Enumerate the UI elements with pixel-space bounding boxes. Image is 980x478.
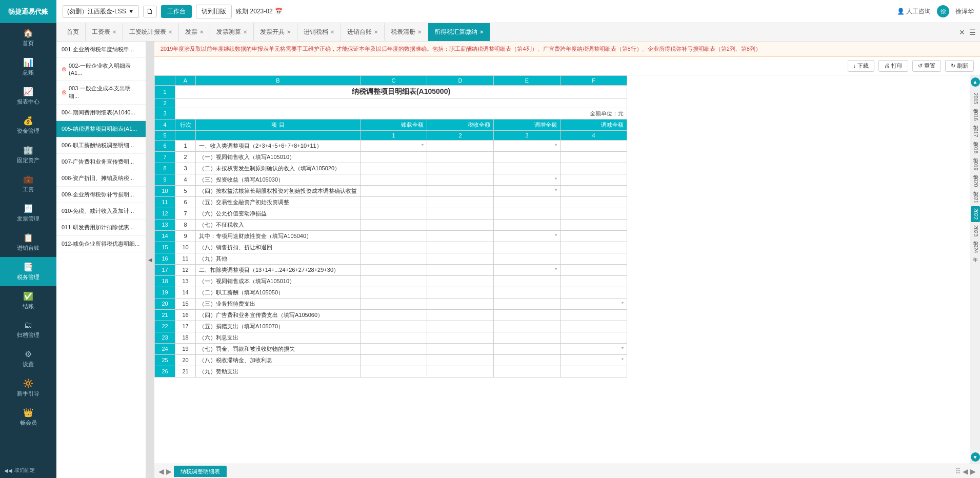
sidebar-item-close[interactable]: ✅ 结账 <box>0 286 56 315</box>
reports-icon: 📈 <box>23 87 33 96</box>
sheet-nav-right[interactable]: ▶ <box>166 467 172 475</box>
left-item-012[interactable]: 012-减免企业所得税优惠明细... <box>56 236 146 252</box>
col-letter-b: B <box>196 75 361 85</box>
tab-tax-clear-close[interactable]: ✕ <box>417 29 422 35</box>
tabs-menu[interactable]: ☰ <box>969 28 976 36</box>
left-item-006-label: 006-职工薪酬纳税调整明细... <box>62 142 134 149</box>
year-2023[interactable]: 2023年 <box>971 223 980 238</box>
row-3-num: 3 <box>155 108 175 119</box>
tabs-end-controls: ✕ ☰ <box>959 28 976 36</box>
sheet-tab-adjust[interactable]: 纳税调整明细表 <box>174 466 227 477</box>
sidebar-item-home[interactable]: 🏠 首页 <box>0 23 56 52</box>
sidebar-label-home: 首页 <box>23 39 34 47</box>
row-1-num: 1 <box>155 85 175 98</box>
tab-salary-label: 工资表 <box>92 28 110 36</box>
sheet-toolbar: ↓ 下载 🖨 打印 ↺ 重置 ↻ 刷新 <box>154 57 980 75</box>
year-2019[interactable]: 2019年 <box>971 157 980 172</box>
sidebar-label-ledger: 总账 <box>23 69 34 76</box>
left-item-002[interactable]: ⊗ 002-一般企业收入明细表(A1... <box>56 58 146 81</box>
left-item-001[interactable]: 001-企业所得税年度纳税申... <box>56 42 146 58</box>
sidebar-item-member[interactable]: 👑 畅会员 <box>0 403 56 432</box>
sidebar-item-purchase[interactable]: 📋 进销台账 <box>0 228 56 257</box>
left-item-003[interactable]: ⊗ 003-一般企业成本支出明细... <box>56 81 146 105</box>
company-selector[interactable]: (勿删）江西股金-LSS ▼ <box>63 5 139 18</box>
sheet-main[interactable]: A B C D E F 1 纳税调 <box>154 75 970 464</box>
tab-salary[interactable]: 工资表✕ <box>86 23 123 42</box>
sidebar-item-salary[interactable]: 💼 工资 <box>0 169 56 198</box>
tab-sales-ledger-close[interactable]: ✕ <box>374 29 378 35</box>
old-version-button[interactable]: 切到旧版 <box>196 5 232 18</box>
tab-invoice[interactable]: 发票✕ <box>179 23 210 42</box>
tab-tax-archive-label: 进销税档 <box>304 28 328 36</box>
sidebar-item-invoice[interactable]: 🧾 发票管理 <box>0 198 56 228</box>
year-2017[interactable]: 2017年 <box>971 124 980 139</box>
tab-invoice-calc-close[interactable]: ✕ <box>243 29 247 35</box>
sidebar-item-ledger[interactable]: 📊 总账 <box>0 52 56 82</box>
year-nav-up[interactable]: ▲ <box>971 77 980 87</box>
year-2022[interactable]: 2022年 <box>971 206 980 222</box>
left-item-008[interactable]: 008-资产折旧、摊销及纳税... <box>56 170 146 187</box>
refresh-button[interactable]: ↻ 刷新 <box>945 60 974 72</box>
left-item-005[interactable]: 005-纳税调整项目明细表(A1... <box>56 121 146 137</box>
left-item-011[interactable]: 011-研发费用加计扣除优惠... <box>56 220 146 236</box>
sidebar-item-archive[interactable]: 🗂 归档管理 <box>0 315 56 344</box>
sidebar-item-guide[interactable]: 🔆 新手引导 <box>0 373 56 403</box>
sidebar-item-assets[interactable]: 🏢 固定资产 <box>0 140 56 169</box>
sheet-scroll-left[interactable]: ◀ <box>963 467 968 475</box>
col-sub-e: 3 <box>494 130 561 140</box>
year-2021[interactable]: 2021年 <box>971 190 980 205</box>
col-header-row: 4 行次 项 目 账载全额 税收全额 调增全额 调减全额 <box>155 119 627 130</box>
ledger-icon: 📊 <box>23 57 33 67</box>
left-item-004[interactable]: 004-期间费用明细表(A1040... <box>56 105 146 121</box>
print-label: 打印 <box>891 62 903 70</box>
year-2020[interactable]: 2020年 <box>971 173 980 189</box>
year-2015[interactable]: 2015年 <box>971 91 980 106</box>
left-item-009[interactable]: 009-企业所得税弥补亏损明... <box>56 187 146 203</box>
tab-sales-ledger[interactable]: 进销台账✕ <box>341 23 385 42</box>
copy-button[interactable]: 🗋 <box>143 6 157 17</box>
year-nav-down[interactable]: ▼ <box>971 452 980 462</box>
collapse-panel-button[interactable]: ◀ <box>146 42 154 478</box>
reset-button[interactable]: ↺ 重置 <box>912 60 941 72</box>
tab-invoice-close[interactable]: ✕ <box>199 29 204 35</box>
print-button[interactable]: 🖨 打印 <box>878 60 908 72</box>
sidebar-item-reports[interactable]: 📈 报表中心 <box>0 82 56 111</box>
data-row-26: 26 21 （九）赞助支出 <box>155 366 627 377</box>
sheet-scroll-right[interactable]: ▶ <box>970 467 976 475</box>
tab-tax-clear[interactable]: 税表清册✕ <box>385 23 428 42</box>
tab-home[interactable]: 首页 <box>61 23 86 42</box>
row-5-num: 5 <box>155 130 175 140</box>
sidebar-item-settings[interactable]: ⚙ 设置 <box>0 344 56 373</box>
sidebar: 畅捷通易代账 🏠 首页 📊 总账 📈 报表中心 💰 资金管理 🏢 固定资产 💼 … <box>0 0 56 478</box>
sidebar-item-finance[interactable]: 💰 资金管理 <box>0 111 56 140</box>
tab-tax-archive[interactable]: 进销税档✕ <box>297 23 341 42</box>
help-button[interactable]: 👤 人工咨询 <box>897 7 931 16</box>
period-value: 2023-02 <box>250 8 273 15</box>
year-2016[interactable]: 2016年 <box>971 107 980 123</box>
year-2018[interactable]: 2018年 <box>971 140 980 155</box>
tab-salary-stats[interactable]: 工资统计报表✕ <box>123 23 179 42</box>
tab-invoice-open[interactable]: 发票开具✕ <box>254 23 297 42</box>
left-item-010[interactable]: 010-免税、减计收入及加计... <box>56 203 146 220</box>
pin-icon: ◀◀ <box>4 468 12 473</box>
tab-salary-close[interactable]: ✕ <box>112 29 116 35</box>
tabs-close-all[interactable]: ✕ <box>959 28 965 36</box>
workspace-button[interactable]: 工作台 <box>161 5 192 18</box>
year-2024[interactable]: 2024年 <box>971 240 980 255</box>
download-button[interactable]: ↓ 下载 <box>848 60 875 72</box>
sheet-nav-left[interactable]: ◀ <box>158 467 164 475</box>
tab-tax-archive-close[interactable]: ✕ <box>330 29 334 35</box>
tab-invoice-open-close[interactable]: ✕ <box>287 29 291 35</box>
period-edit-icon[interactable]: 📅 <box>275 8 283 15</box>
unpin-button[interactable]: ◀◀ 取消固定 <box>0 463 56 478</box>
spreadsheet: A B C D E F 1 纳税调 <box>154 75 627 377</box>
tab-income-tax[interactable]: 所得税汇算缴纳✕ <box>428 23 490 42</box>
left-item-006[interactable]: 006-职工薪酬纳税调整明细... <box>56 137 146 154</box>
tab-invoice-calc[interactable]: 发票测算✕ <box>210 23 254 42</box>
period-label: 账期 <box>236 7 248 16</box>
data-row-11: 11 6 （五）交易性金融资产初始投资调整 <box>155 196 627 208</box>
sidebar-item-tax[interactable]: 📑 税务管理 <box>0 257 56 286</box>
tab-income-tax-close[interactable]: ✕ <box>479 29 484 35</box>
left-item-007[interactable]: 007-广告费和业务宣传费明... <box>56 154 146 170</box>
tab-salary-stats-close[interactable]: ✕ <box>168 29 172 35</box>
